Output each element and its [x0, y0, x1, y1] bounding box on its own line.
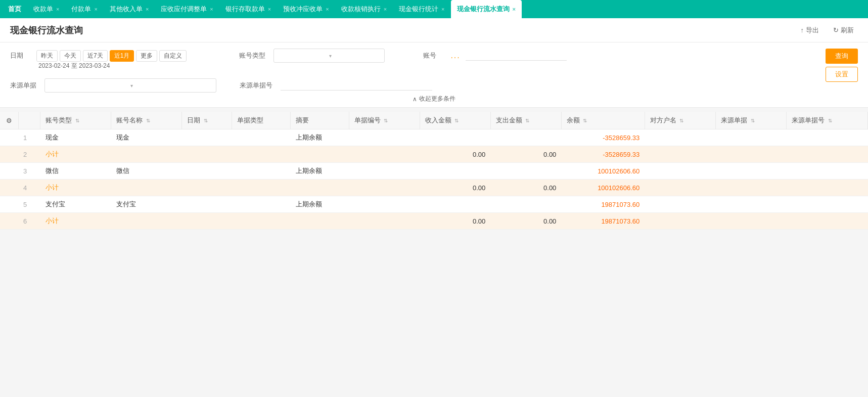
col-doc-no[interactable]: 单据编号 ⇅: [349, 112, 420, 129]
sort-counterpart-icon: ⇅: [679, 118, 683, 123]
nav-tab-shoukuandan[interactable]: 收款单 ×: [27, 0, 65, 18]
page-title: 现金银行流水查询: [10, 24, 83, 36]
table-cell: [420, 163, 490, 180]
col-expense[interactable]: 支出金额 ⇅: [490, 112, 561, 129]
account-dots-button[interactable]: ...: [449, 51, 461, 60]
today-btn[interactable]: 今天: [60, 50, 81, 62]
yesterday-btn[interactable]: 昨天: [36, 50, 58, 62]
refresh-icon: ↻: [833, 26, 839, 34]
table-header: ⚙ 账号类型 ⇅ 账号名称 ⇅ 日期 ⇅ 单据类型 摘要: [0, 112, 868, 129]
table-cell: [645, 180, 715, 196]
close-tab-6-icon[interactable]: ×: [384, 6, 387, 12]
nav-tab-cash-stats[interactable]: 现金银行统计 ×: [393, 0, 450, 18]
col-account-type[interactable]: 账号类型 ⇅: [40, 112, 111, 129]
export-button[interactable]: ↑ 导出: [797, 24, 824, 37]
sort-source-doc-icon: ⇅: [751, 118, 755, 123]
nav-home[interactable]: 首页: [2, 0, 27, 18]
table-cell: [349, 196, 420, 213]
close-tab-2-icon[interactable]: ×: [146, 6, 149, 12]
last7-btn[interactable]: 近7天: [83, 50, 108, 62]
table-cell: 100102606.60: [561, 163, 645, 180]
col-settings[interactable]: ⚙: [0, 112, 18, 129]
source-doc-label: 来源单据: [10, 81, 36, 90]
table-cell: 微信: [111, 163, 182, 180]
filter-top-row: 日期 昨天 今天 近7天 近1月 更多 自定义 账号类型 ▾ 账号 ...: [10, 49, 858, 93]
source-doc-dropdown-icon: ▾: [130, 83, 212, 89]
table-cell: 小计: [40, 180, 111, 196]
table-cell: 1: [18, 129, 40, 146]
col-balance[interactable]: 余额 ⇅: [561, 112, 645, 129]
table-cell: [786, 196, 867, 213]
export-icon: ↑: [801, 26, 804, 34]
nav-tab-bank-deposit[interactable]: 银行存取款单 ×: [219, 0, 277, 18]
table-cell: [645, 213, 715, 230]
date-range-display: 2023-02-24 至 2023-03-24: [38, 62, 110, 70]
nav-tab-verification[interactable]: 收款核销执行 ×: [335, 0, 393, 18]
col-date[interactable]: 日期 ⇅: [182, 112, 232, 129]
col-income[interactable]: 收入金额 ⇅: [420, 112, 490, 129]
close-tab-1-icon[interactable]: ×: [94, 6, 97, 12]
nav-tab-cash-flow[interactable]: 现金银行流水查询 ×: [451, 0, 522, 18]
table-cell: [232, 196, 291, 213]
table-cell: [0, 129, 18, 146]
table-cell: [786, 129, 867, 146]
more-btn[interactable]: 更多: [136, 50, 157, 62]
settings-button[interactable]: 设置: [826, 67, 858, 82]
col-source-doc[interactable]: 来源单据 ⇅: [715, 112, 786, 129]
data-table: ⚙ 账号类型 ⇅ 账号名称 ⇅ 日期 ⇅ 单据类型 摘要: [0, 112, 868, 230]
table-cell: [291, 213, 349, 230]
table-container: ⚙ 账号类型 ⇅ 账号名称 ⇅ 日期 ⇅ 单据类型 摘要: [0, 112, 868, 230]
refresh-button[interactable]: ↻ 刷新: [829, 24, 858, 37]
table-cell: [645, 163, 715, 180]
last1m-btn[interactable]: 近1月: [110, 50, 134, 62]
col-num: [18, 112, 40, 129]
query-button[interactable]: 查询: [826, 49, 858, 64]
close-tab-5-icon[interactable]: ×: [326, 6, 329, 12]
source-doc-select[interactable]: ▾: [44, 78, 216, 93]
table-cell: 19871073.60: [561, 213, 645, 230]
table-cell: [182, 180, 232, 196]
table-cell: [490, 129, 561, 146]
close-tab-8-icon[interactable]: ×: [513, 6, 516, 12]
date-range-row: 2023-02-24 至 2023-03-24: [10, 65, 815, 72]
table-cell: 3: [18, 163, 40, 180]
table-cell: 2: [18, 146, 40, 163]
col-account-name[interactable]: 账号名称 ⇅: [111, 112, 182, 129]
table-cell: [645, 146, 715, 163]
close-tab-0-icon[interactable]: ×: [56, 6, 59, 12]
table-cell: [786, 163, 867, 180]
account-input[interactable]: [466, 51, 567, 61]
nav-tab-fukuandan[interactable]: 付款单 ×: [65, 0, 103, 18]
table-cell: [645, 129, 715, 146]
nav-tab-advance[interactable]: 预收冲应收单 ×: [277, 0, 335, 18]
table-cell: [420, 129, 490, 146]
table-cell: [232, 213, 291, 230]
sort-balance-icon: ⇅: [583, 118, 587, 123]
custom-btn[interactable]: 自定义: [159, 50, 187, 62]
table-cell: [349, 146, 420, 163]
table-cell: 0.00: [420, 146, 490, 163]
filter-row-1: 日期 昨天 今天 近7天 近1月 更多 自定义 账号类型 ▾ 账号 ...: [10, 49, 815, 63]
table-cell: [291, 146, 349, 163]
table-cell: [111, 213, 182, 230]
table-cell: 0.00: [420, 180, 490, 196]
nav-tab-adjustment[interactable]: 应收应付调整单 ×: [155, 0, 219, 18]
col-counterpart[interactable]: 对方户名 ⇅: [645, 112, 715, 129]
close-tab-4-icon[interactable]: ×: [268, 6, 271, 12]
close-tab-7-icon[interactable]: ×: [441, 6, 444, 12]
nav-tab-other-income[interactable]: 其他收入单 ×: [104, 0, 155, 18]
table-cell: 5: [18, 196, 40, 213]
account-type-select[interactable]: ▾: [273, 49, 385, 63]
table-cell: [0, 146, 18, 163]
table-row: 3微信微信上期余额100102606.60: [0, 163, 868, 180]
table-cell: 0.00: [490, 146, 561, 163]
col-source-doc-no[interactable]: 来源单据号 ⇅: [786, 112, 867, 129]
collapse-bar[interactable]: ∧ 收起更多条件: [10, 93, 858, 107]
filter-area: 日期 昨天 今天 近7天 近1月 更多 自定义 账号类型 ▾ 账号 ...: [0, 42, 868, 108]
sort-source-doc-no-icon: ⇅: [828, 118, 832, 123]
close-tab-3-icon[interactable]: ×: [210, 6, 213, 12]
source-doc-no-input[interactable]: [281, 81, 432, 91]
table-cell: 小计: [40, 146, 111, 163]
table-cell: 现金: [40, 129, 111, 146]
table-cell: 上期余额: [291, 163, 349, 180]
